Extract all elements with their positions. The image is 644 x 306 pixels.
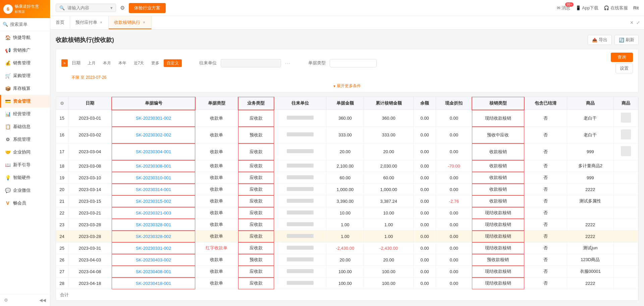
page-title: 收款核销执行(按收款): [56, 36, 114, 44]
cell-order-no[interactable]: SK-20230308-001: [112, 160, 195, 172]
cell-biz-type: 预收款: [238, 127, 274, 143]
cell-date: 2023-04-08: [68, 266, 112, 278]
close-all-icon[interactable]: ✕: [630, 20, 634, 25]
cell-product: [567, 207, 613, 219]
search-input-group[interactable]: 🔍 ▾: [56, 4, 116, 12]
query-button[interactable]: 查询: [611, 53, 633, 62]
refresh-button[interactable]: 🔄 刷新: [614, 35, 639, 45]
sidebar-item-vip[interactable]: V 畅会员: [0, 197, 50, 209]
cell-num: 15: [56, 110, 68, 127]
sidebar-item-basic[interactable]: 📋 基础信息: [0, 120, 50, 133]
cell-write-off: 1,000.00: [364, 184, 414, 195]
dropdown-icon[interactable]: ▾: [110, 5, 113, 10]
tab-receipt-close[interactable]: ×: [142, 20, 146, 25]
solution-button[interactable]: 体验行业方案: [129, 3, 166, 13]
gear-icon[interactable]: ⚙: [120, 5, 125, 11]
date-btn-this-year[interactable]: 本年: [115, 59, 129, 67]
date-btn-last-month[interactable]: 上月: [85, 59, 99, 67]
col-settings-icon[interactable]: ⚙: [60, 101, 64, 106]
sidebar-item-enterprise[interactable]: 🤝 企业协同: [0, 146, 50, 159]
col-settings-header[interactable]: ⚙: [56, 97, 68, 110]
date-btn-custom[interactable]: 自定义: [164, 59, 182, 67]
settings-icon[interactable]: ⚙: [4, 298, 8, 303]
cell-order-no[interactable]: SK-20230331-002: [112, 242, 195, 254]
cell-num: 27: [56, 266, 68, 278]
cell-order-no[interactable]: SK-20230304-001: [112, 143, 195, 160]
cell-balance: 0.00: [414, 207, 436, 219]
message-badge[interactable]: ✉ 消息 99+: [557, 5, 571, 11]
table-container: ⚙ 日期 单据编号 单据类型 业务类型 往来单位 单据金额 累计核销金额 余额 …: [56, 97, 639, 301]
sidebar-item-operations[interactable]: 📊 经营管理: [0, 108, 50, 120]
sidebar-item-finance[interactable]: 💳 资金管理: [0, 95, 50, 108]
sidebar-search[interactable]: 🔍 搜索菜单: [0, 18, 50, 31]
receipt-type-select[interactable]: [330, 59, 377, 67]
partner-input[interactable]: [221, 59, 281, 67]
cell-order-no[interactable]: SK-20230403-002: [112, 254, 195, 266]
tab-home[interactable]: 首页: [50, 16, 70, 29]
sidebar-item-inventory[interactable]: 📦 库存核算: [0, 82, 50, 95]
tab-prepay-close[interactable]: ×: [99, 20, 103, 25]
sidebar-bottom: ⚙ ◀◀: [0, 294, 50, 306]
sidebar-item-system[interactable]: ⚙ 系统管理: [0, 133, 50, 146]
tab-receipt[interactable]: 收款核销执行 ×: [109, 16, 152, 29]
sidebar-item-marketing[interactable]: 📢 营销推广: [0, 44, 50, 57]
cell-order-no[interactable]: SK-20230301-002: [112, 110, 195, 127]
expand-tab-icon[interactable]: ⤢: [636, 20, 640, 25]
main-table: ⚙ 日期 单据编号 单据类型 业务类型 往来单位 单据金额 累计核销金额 余额 …: [56, 97, 638, 300]
cell-order-no[interactable]: SK-20230302-002: [112, 127, 195, 143]
filter-toggle-btn[interactable]: »: [61, 59, 68, 67]
settings-button[interactable]: 设置: [615, 63, 633, 73]
sidebar-item-hardware[interactable]: 💡 智能硬件: [0, 171, 50, 184]
cell-amount: 1.00: [326, 231, 364, 242]
topbar-search-input[interactable]: [67, 5, 108, 10]
cell-bill-type: 收款单: [195, 231, 238, 242]
cell-order-no[interactable]: SK-20230408-001: [112, 266, 195, 278]
table-scroll[interactable]: ⚙ 日期 单据编号 单据类型 业务类型 往来单位 单据金额 累计核销金额 余额 …: [56, 97, 638, 300]
sidebar-item-quicknav[interactable]: 🏠 快捷导航: [0, 31, 50, 44]
cell-cash-discount: 0.00: [436, 172, 472, 184]
cell-product: 测试jun: [567, 242, 613, 254]
cell-order-no[interactable]: SK-20230314-001: [112, 184, 195, 195]
online-service-link[interactable]: 🎧 在线客服: [604, 5, 628, 11]
cell-order-no[interactable]: SK-20230328-001: [112, 219, 195, 231]
cell-order-no[interactable]: SK-20230315-002: [112, 195, 195, 207]
cell-has-settled: 否: [524, 266, 567, 278]
user-name[interactable]: Rit: [633, 5, 639, 10]
sidebar-item-wecom[interactable]: 💬 企业微信: [0, 184, 50, 197]
cell-order-no[interactable]: SK-20230310-001: [112, 172, 195, 184]
tabbar: 首页 预付应付单 × 收款核销执行 × ✕ ⤢: [50, 16, 644, 29]
sidebar-logo: 6 畅康道好生意 标推版: [0, 0, 50, 18]
cell-bill-type: 收款单: [195, 143, 238, 160]
cell-partner: [274, 110, 326, 127]
date-btn-7days[interactable]: 近7天: [131, 59, 147, 67]
cell-product: 2222: [567, 184, 613, 195]
cell-product2: [613, 207, 638, 219]
sidebar-item-guide[interactable]: 📖 新手引导: [0, 159, 50, 171]
collapse-icon[interactable]: ◀◀: [39, 298, 46, 303]
sidebar-item-sales[interactable]: 💰 销售管理: [0, 57, 50, 69]
table-row: 172023-03-04SK-20230304-001收款单应收款20.0020…: [56, 143, 638, 160]
sidebar-item-purchase[interactable]: 🛒 采购管理: [0, 69, 50, 82]
guide-icon: 📖: [5, 162, 10, 168]
cell-order-no[interactable]: SK-20230321-003: [112, 207, 195, 219]
tab-prepay[interactable]: 预付应付单 ×: [70, 16, 109, 29]
cell-balance: 0.00: [414, 195, 436, 207]
cell-order-no[interactable]: SK-20230328-002: [112, 231, 195, 242]
refresh-icon: 🔄: [619, 38, 624, 43]
cell-bill-type: 收款单: [195, 254, 238, 266]
table-row: 212023-03-15SK-20230315-002收款单应收款3,390.0…: [56, 195, 638, 207]
cell-write-off-type: 收款核销: [472, 143, 524, 160]
cell-product: 123D商品: [567, 254, 613, 266]
export-button[interactable]: 📤 导出: [588, 35, 612, 45]
cell-cash-discount: -2.76: [436, 195, 472, 207]
cell-bill-type: 收款单: [195, 127, 238, 143]
cell-write-off-type: 现结收款核销: [472, 207, 524, 219]
date-btn-this-month[interactable]: 本月: [100, 59, 114, 67]
cell-has-settled: 否: [524, 195, 567, 207]
cell-product: 衣服00001: [567, 266, 613, 278]
cell-balance: 0.00: [414, 242, 436, 254]
expand-conditions-btn[interactable]: ▾ 展开更多条件: [61, 83, 633, 89]
cell-order-no[interactable]: SK-20230418-001: [112, 278, 195, 289]
date-btn-more[interactable]: 更多: [148, 59, 162, 67]
app-download-link[interactable]: 📱 App下载: [576, 5, 598, 11]
